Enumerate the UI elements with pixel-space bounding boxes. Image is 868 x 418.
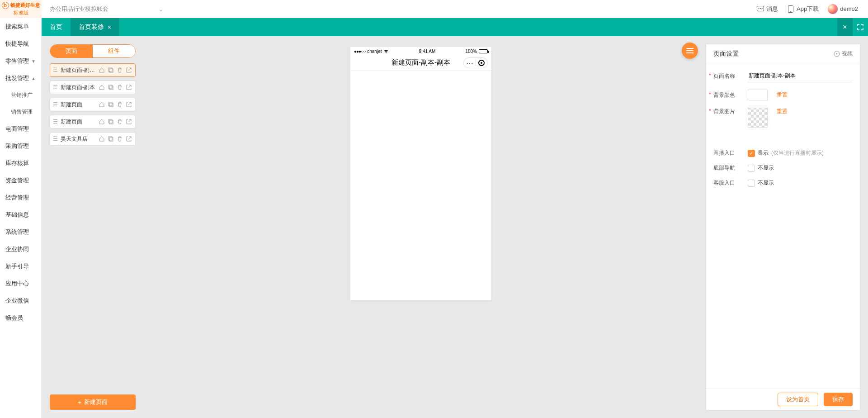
save-button[interactable]: 保存 xyxy=(824,393,853,406)
sidebar-item-retail[interactable]: 零售管理▼ xyxy=(0,52,41,70)
sidebar-item-collab[interactable]: 企业协同 xyxy=(0,241,41,258)
carrier-label: chanjet xyxy=(367,49,382,54)
svg-point-5 xyxy=(790,11,791,12)
delete-icon[interactable] xyxy=(116,84,123,91)
sidebar-item-wholesale[interactable]: 批发管理▲ xyxy=(0,70,41,87)
seg-component-button[interactable]: 组件 xyxy=(93,45,135,57)
drag-handle-icon[interactable]: ☰ xyxy=(53,67,58,73)
drag-handle-icon[interactable]: ☰ xyxy=(53,136,58,142)
page-row[interactable]: ☰ 新建页面 xyxy=(50,115,136,128)
page-list: ☰ 新建页面-副本-... ☰ 新建页面-副本 xyxy=(50,63,136,146)
bgcolor-label: 背景颜色 xyxy=(713,91,742,99)
home-icon[interactable] xyxy=(98,118,105,125)
app-download-button[interactable]: App下载 xyxy=(787,5,819,13)
live-show-checkbox[interactable]: ✓ xyxy=(748,150,755,157)
svg-rect-7 xyxy=(108,68,112,71)
svg-rect-9 xyxy=(108,85,112,89)
cs-hide-checkbox[interactable] xyxy=(748,180,755,187)
bgcolor-swatch[interactable] xyxy=(748,90,768,100)
svg-point-1 xyxy=(759,8,760,9)
sidebar-item-basicinfo[interactable]: 基础信息 xyxy=(0,206,41,223)
sidebar-item-operations[interactable]: 经营管理 xyxy=(0,189,41,206)
sidebar-item-quicknav[interactable]: 快捷导航 xyxy=(0,35,41,52)
sidebar-item-search[interactable]: 搜索菜单 xyxy=(0,18,41,35)
sidebar-item-wechatwork[interactable]: 企业微信 xyxy=(0,292,41,309)
sidebar-item-system[interactable]: 系统管理 xyxy=(0,223,41,241)
page-name-label: 新建页面 xyxy=(61,101,95,109)
settings-title: 页面设置 xyxy=(713,50,739,58)
user-menu[interactable]: demo2 xyxy=(828,4,858,14)
drag-handle-icon[interactable]: ☰ xyxy=(53,101,58,108)
drag-handle-icon[interactable]: ☰ xyxy=(53,84,58,90)
home-icon[interactable] xyxy=(98,66,105,74)
bottom-nav-label: 底部导航 xyxy=(713,164,742,172)
delete-icon[interactable] xyxy=(116,66,123,74)
fullscreen-button[interactable] xyxy=(853,18,868,36)
close-tab-icon[interactable]: × xyxy=(108,24,111,31)
brand-mark-icon: b xyxy=(2,2,9,9)
sidebar-item-finance[interactable]: 资金管理 xyxy=(0,172,41,189)
page-row[interactable]: ☰ 新建页面 xyxy=(50,98,136,111)
username-label: demo2 xyxy=(840,5,858,12)
seg-page-button[interactable]: 页面 xyxy=(50,45,93,57)
new-page-button[interactable]: + 新建页面 xyxy=(50,394,136,410)
external-link-icon[interactable] xyxy=(125,101,132,108)
copy-icon[interactable] xyxy=(107,84,114,91)
settings-panel: 页面设置 视频 页面名称 背景颜色 xyxy=(706,44,860,410)
tab-page-decorate[interactable]: 首页装修 × xyxy=(71,18,119,36)
sidebar-item-onboarding[interactable]: 新手引导 xyxy=(0,258,41,275)
org-selector[interactable]: 办公用品行业模拟账套 ⌄ xyxy=(50,5,164,13)
bgcolor-reset-button[interactable]: 重置 xyxy=(777,91,788,99)
sidebar-item-member[interactable]: 畅会员 xyxy=(0,309,41,327)
sidebar-item-inventory[interactable]: 库存核算 xyxy=(0,155,41,172)
delete-icon[interactable] xyxy=(116,101,123,108)
tab-home[interactable]: 首页 xyxy=(42,18,71,36)
phone-icon xyxy=(787,5,794,13)
tabs-close-button[interactable]: × xyxy=(837,18,853,36)
plus-icon: + xyxy=(78,399,81,406)
sidebar-item-appcenter[interactable]: 应用中心 xyxy=(0,275,41,292)
phone-preview: ●●●○○ chanjet 9:41 AM 100% xyxy=(350,47,491,300)
external-link-icon[interactable] xyxy=(125,118,132,125)
svg-rect-11 xyxy=(108,102,112,106)
svg-rect-12 xyxy=(109,120,113,124)
page-row[interactable]: ☰ 昊天文具店 xyxy=(50,132,136,146)
copy-icon[interactable] xyxy=(107,118,114,125)
messages-button[interactable]: 消息 xyxy=(757,5,778,13)
external-link-icon[interactable] xyxy=(125,66,132,74)
page-name-input[interactable] xyxy=(748,70,853,82)
page-row[interactable]: ☰ 新建页面-副本 xyxy=(50,81,136,94)
video-help-link[interactable]: 视频 xyxy=(834,50,853,57)
page-row[interactable]: ☰ 新建页面-副本-... xyxy=(50,63,136,77)
wifi-icon xyxy=(383,49,389,53)
copy-icon[interactable] xyxy=(107,135,114,142)
external-link-icon[interactable] xyxy=(125,135,132,142)
brand-text: 畅捷通好生意 xyxy=(10,2,40,9)
page-name-label: 新建页面-副本-... xyxy=(61,66,95,74)
sidebar-item-marketing[interactable]: 营销推广 xyxy=(0,87,41,104)
copy-icon[interactable] xyxy=(107,101,114,108)
fab-menu-button[interactable] xyxy=(682,43,698,59)
sidebar-item-sales[interactable]: 销售管理 xyxy=(0,104,41,120)
sidebar-item-ecommerce[interactable]: 电商管理 xyxy=(0,120,41,138)
copy-icon[interactable] xyxy=(107,66,114,74)
home-icon[interactable] xyxy=(98,84,105,91)
delete-icon[interactable] xyxy=(116,135,123,142)
sidebar-item-purchase[interactable]: 采购管理 xyxy=(0,138,41,155)
capsule-close-button[interactable] xyxy=(476,60,488,66)
home-icon[interactable] xyxy=(98,135,105,142)
svg-rect-13 xyxy=(108,119,112,123)
delete-icon[interactable] xyxy=(116,118,123,125)
bgimg-reset-button[interactable]: 重置 xyxy=(777,108,788,115)
nav-hide-checkbox[interactable] xyxy=(748,165,755,172)
home-icon[interactable] xyxy=(98,101,105,108)
drag-handle-icon[interactable]: ☰ xyxy=(53,119,58,125)
battery-pct: 100% xyxy=(465,49,477,54)
page-name-label: 昊天文具店 xyxy=(61,135,95,143)
external-link-icon[interactable] xyxy=(125,84,132,91)
set-home-button[interactable]: 设为首页 xyxy=(778,393,818,406)
capsule-more-button[interactable]: ⋯ xyxy=(464,59,476,67)
status-time: 9:41 AM xyxy=(419,49,436,54)
bgimg-swatch[interactable] xyxy=(748,108,768,128)
live-entry-label: 直播入口 xyxy=(713,149,742,157)
